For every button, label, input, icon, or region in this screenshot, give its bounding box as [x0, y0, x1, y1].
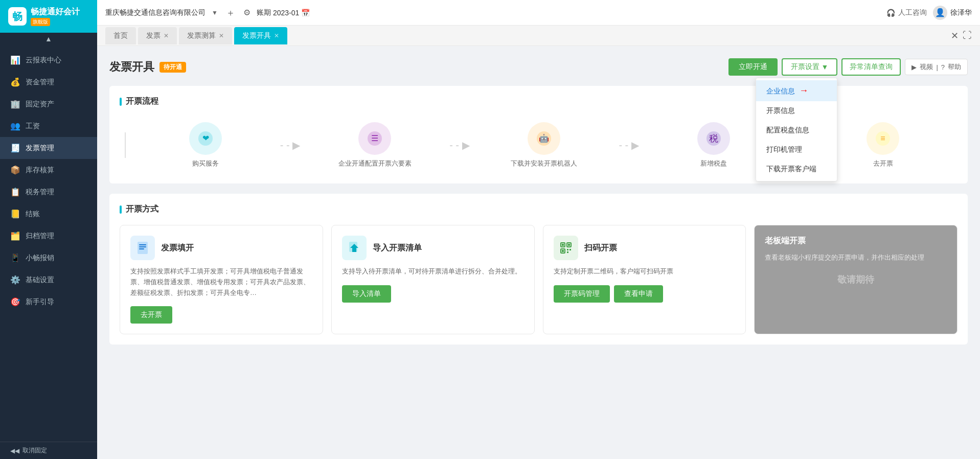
- payment-card-scan-title: 扫码开票: [584, 243, 617, 254]
- calendar-icon[interactable]: 📅: [301, 9, 310, 17]
- user-name: 徐泽华: [950, 8, 972, 17]
- dropdown-item-download-client-label: 下载开票客户端: [766, 165, 816, 173]
- settings-icon: ⚙️: [10, 275, 20, 285]
- close-icon: 📒: [10, 209, 20, 219]
- tab-invoice-calc-close[interactable]: ✕: [219, 32, 224, 39]
- payment-card-import-header: 导入开票清单: [342, 236, 524, 260]
- period-display: 账期 2023-01 📅: [257, 8, 310, 17]
- top-header: 重庆畅捷交通信息咨询有限公司 ▼ ＋ ⚙ 账期 2023-01 📅 🎧 人工咨询…: [97, 0, 980, 26]
- tab-close-all-button[interactable]: ✕: [951, 30, 959, 41]
- sidebar-scroll-up[interactable]: ▲: [0, 33, 97, 45]
- page-title-area: 发票开具 待开通: [109, 59, 186, 75]
- tab-invoice-issue-close[interactable]: ✕: [274, 32, 279, 39]
- sidebar-item-inventory[interactable]: 📦 库存核算: [0, 159, 97, 181]
- svg-rect-20: [562, 250, 564, 252]
- flow-step-issue-icon: ≡: [867, 122, 899, 155]
- tab-invoice-issue[interactable]: 发票开具 ✕: [234, 27, 287, 44]
- sidebar-item-expense[interactable]: 📱 小畅报销: [0, 247, 97, 269]
- settings-dropdown-label: 开票设置: [791, 62, 819, 72]
- video-label: 视频: [920, 62, 933, 72]
- tab-home[interactable]: 首页: [105, 27, 136, 44]
- dropdown-item-download-client[interactable]: 下载开票客户端: [756, 159, 837, 179]
- svg-rect-13: [139, 248, 144, 249]
- sidebar-item-label-reports: 云报表中心: [26, 56, 61, 65]
- page-header: 发票开具 待开通 立即开通 开票设置 ▼ 企业信息: [109, 58, 968, 76]
- user-avatar: 👤: [933, 6, 947, 20]
- tab-maximize-button[interactable]: ⛶: [963, 30, 972, 41]
- sidebar-item-label-settings: 基础设置: [26, 276, 54, 285]
- dropdown-item-printer[interactable]: 打印机管理: [756, 140, 837, 159]
- sidebar-item-settings[interactable]: ⚙️ 基础设置: [0, 269, 97, 291]
- sidebar-item-label-expense: 小畅报销: [26, 254, 54, 263]
- dropdown-item-printer-label: 打印机管理: [766, 145, 802, 153]
- exception-list-button[interactable]: 异常清单查询: [841, 58, 901, 76]
- question-icon: ?: [941, 63, 945, 71]
- archive-icon: 🗂️: [10, 231, 20, 241]
- logo-badge: 旗舰版: [31, 18, 50, 26]
- payment-card-manual-icon: [130, 236, 155, 260]
- flow-step-issue-label: 去开票: [873, 159, 893, 168]
- svg-rect-10: [138, 242, 148, 254]
- company-dropdown-icon[interactable]: ▼: [212, 9, 218, 16]
- svg-text:☰: ☰: [371, 134, 378, 143]
- payment-card-boss-desc: 查看老板端小程序提交的开票申请，并作出相应的处理: [765, 253, 947, 263]
- logo-icon: 畅: [8, 7, 27, 26]
- import-list-button[interactable]: 导入清单: [342, 285, 391, 303]
- video-button[interactable]: ▶ 视频 | ? 帮助: [905, 59, 968, 75]
- flow-step-buy: ❤ 购买服务: [131, 122, 280, 168]
- payment-card-scan-footer: 开票码管理 查看申请: [554, 285, 736, 303]
- funds-icon: 💰: [10, 77, 20, 87]
- sidebar-item-archive[interactable]: 🗂️ 归档管理: [0, 225, 97, 247]
- svg-rect-18: [562, 244, 564, 246]
- sidebar-item-assets[interactable]: 🏢 固定资产: [0, 93, 97, 115]
- sidebar-item-reports[interactable]: 📊 云报表中心: [0, 49, 97, 71]
- tab-actions: ✕ ⛶: [951, 30, 972, 41]
- tab-invoice[interactable]: 发票 ✕: [138, 27, 177, 44]
- payment-card-import: 导入开票清单 支持导入待开票清单，可对待开票清单进行拆分、合并处理。 导入清单: [331, 225, 535, 334]
- qr-manage-button[interactable]: 开票码管理: [554, 285, 610, 303]
- logo-text-block: 畅捷通好会计 旗舰版: [31, 7, 80, 26]
- manual-invoice-button[interactable]: 去开票: [130, 306, 172, 324]
- dropdown-item-invoice-info[interactable]: 开票信息: [756, 101, 837, 121]
- svg-rect-12: [139, 246, 146, 247]
- sidebar-item-guide[interactable]: 🎯 新手引导: [0, 291, 97, 313]
- flow-step-download-icon: 🤖: [528, 122, 560, 155]
- salary-icon: 👥: [10, 121, 20, 131]
- tab-home-label: 首页: [113, 31, 128, 40]
- help-label: 人工咨询: [898, 8, 927, 17]
- sidebar-item-salary[interactable]: 👥 工资: [0, 115, 97, 137]
- tab-invoice-calc[interactable]: 发票测算 ✕: [179, 27, 232, 44]
- sidebar-item-close[interactable]: 📒 结账: [0, 203, 97, 225]
- flow-step-taxdisk-icon: 税: [697, 122, 730, 155]
- payment-section-title: 开票方式: [120, 204, 958, 215]
- expense-icon: 📱: [10, 253, 20, 263]
- settings-dropdown-button[interactable]: 开票设置 ▼: [782, 58, 838, 76]
- add-company-button[interactable]: ＋: [224, 7, 237, 19]
- play-icon: ▶: [911, 63, 917, 71]
- sidebar-item-tax[interactable]: 📋 税务管理: [0, 181, 97, 203]
- sidebar-item-label-tax: 税务管理: [26, 188, 54, 197]
- sidebar-unpin[interactable]: ◀◀ 取消固定: [0, 442, 97, 459]
- sidebar: 畅 畅捷通好会计 旗舰版 ▲ 📊 云报表中心 💰 资金管理 🏢 固定资产 👥: [0, 0, 97, 459]
- tax-icon: 📋: [10, 187, 20, 197]
- payment-card-boss: 老板端开票 查看老板端小程序提交的开票申请，并作出相应的处理 敬请期待: [754, 225, 958, 334]
- sidebar-item-invoice[interactable]: 🧾 发票管理: [0, 137, 97, 159]
- payment-card-import-desc: 支持导入待开票清单，可对待开票清单进行拆分、合并处理。: [342, 266, 524, 277]
- payment-card-scan: 扫码开票 支持定制开票二维码，客户端可扫码开票 开票码管理 查看申请: [543, 225, 746, 334]
- flow-step-download-label: 下载并安装开票机器人: [511, 159, 577, 168]
- sidebar-nav: 📊 云报表中心 💰 资金管理 🏢 固定资产 👥 工资 🧾 发票管理 📦: [0, 45, 97, 442]
- flow-step-buy-label: 购买服务: [192, 159, 219, 168]
- view-apply-button[interactable]: 查看申请: [614, 285, 663, 303]
- sidebar-item-funds[interactable]: 💰 资金管理: [0, 71, 97, 93]
- payment-card-manual-desc: 支持按照发票样式手工填开发票；可开具增值税电子普通发票、增值税普通发票、增值税专…: [130, 266, 312, 298]
- help-button[interactable]: 🎧 人工咨询: [886, 8, 927, 17]
- svg-rect-22: [569, 249, 571, 250]
- tab-invoice-close[interactable]: ✕: [164, 32, 169, 39]
- dropdown-item-tax-config[interactable]: 配置税盘信息: [756, 121, 837, 140]
- svg-rect-21: [567, 249, 568, 250]
- activate-button[interactable]: 立即开通: [728, 58, 778, 76]
- header-settings-icon[interactable]: ⚙: [243, 8, 250, 17]
- dropdown-item-company-info[interactable]: 企业信息 →: [756, 80, 837, 101]
- flow-step-configure: ☰ 企业开通配置开票六要素: [300, 122, 449, 168]
- user-area[interactable]: 👤 徐泽华: [933, 6, 972, 20]
